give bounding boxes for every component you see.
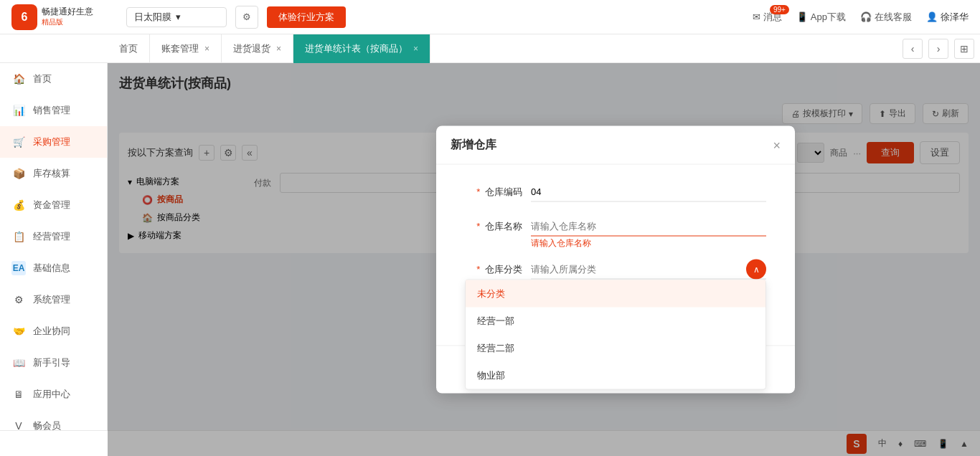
sidebar-label-home: 首页 [33,72,52,85]
tab-account-label: 账套管理 [161,42,199,55]
tab-bar: 首页 账套管理 × 进货退货 × 进货单统计表（按商品） × ‹ › ⊞ [0,34,980,63]
operation-icon: 📋 [11,229,26,244]
tab-next-button[interactable]: › [928,39,948,59]
appcenter-icon: 🖥 [11,387,26,402]
code-input[interactable] [531,182,766,202]
headset-icon: 🎧 [860,11,872,22]
content-area: 进货单统计(按商品) 🖨 按模板打印 ▾ ⬆ 导出 ↻ 刷新 按以下方案查询 +… [108,63,980,456]
header-right: ✉ 消息 99+ 📱 App下载 🎧 在线客服 👤 徐泽华 [753,11,969,24]
app-download-label: App下载 [811,11,846,24]
sidebar-item-appcenter[interactable]: 🖥 应用中心 [0,379,107,410]
message-item[interactable]: ✉ 消息 99+ [753,11,782,24]
tab-home-label: 首页 [119,42,138,55]
gear-button[interactable]: ⚙ [235,6,258,29]
phone-icon: 📱 [796,11,808,22]
category-arrow-button[interactable]: ∧ [746,260,766,280]
logo-text: 畅捷通好生意 精品版 [42,6,93,28]
dialog-body: * 仓库编码 * 仓库名称 请输入仓库名称 [436,165,795,346]
dropdown-item-dept2[interactable]: 经营二部 [466,335,765,362]
user-icon: 👤 [926,11,938,22]
dialog-header: 新增仓库 × [436,126,795,165]
category-select-wrapper: ∧ 未分类 经营一部 经营二部 物业部 [531,260,766,280]
online-service-item[interactable]: 🎧 在线客服 [860,11,912,24]
category-field-item: * 仓库分类 ∧ 未分类 经营一部 经营二部 物业部 [465,260,766,280]
sidebar-label-purchase: 采购管理 [33,136,70,148]
required-star: * [476,186,480,197]
tab-expand-button[interactable]: ⊞ [954,39,974,59]
system-icon: ⚙ [11,293,26,307]
experience-button[interactable]: 体验行业方案 [267,6,346,28]
tab-account-close[interactable]: × [204,44,209,54]
user-name: 徐泽华 [941,11,969,24]
app-download-item[interactable]: 📱 App下载 [796,11,846,24]
finance-icon: 💰 [11,198,26,212]
code-field-item: * 仓库编码 [465,182,766,202]
sidebar-label-enterprise: 企业协同 [33,325,70,338]
sidebar-item-guide[interactable]: 📖 新手引导 [0,347,107,379]
sidebar-label-finance: 资金管理 [33,199,70,212]
new-warehouse-dialog: 新增仓库 × * 仓库编码 * 仓库名称 [436,126,795,394]
sidebar: 🏠 首页 📊 销售管理 🛒 采购管理 📦 库存核算 💰 资金管理 📋 经营管理 … [0,63,108,456]
sidebar-item-purchase[interactable]: 🛒 采购管理 [0,126,107,158]
sidebar-label-operation: 经营管理 [33,230,70,243]
name-label: * 仓库名称 [465,220,522,233]
sidebar-label-sales: 销售管理 [33,104,70,117]
chevron-down-icon: ▾ [176,11,181,22]
sidebar-item-enterprise[interactable]: 🤝 企业协同 [0,315,107,347]
purchase-icon: 🛒 [11,135,26,149]
store-name: 日太阳膜 [134,11,171,24]
guide-icon: 📖 [11,356,26,370]
sidebar-item-sales[interactable]: 📊 销售管理 [0,95,107,126]
sidebar-label-guide: 新手引导 [33,356,70,369]
sidebar-item-operation[interactable]: 📋 经营管理 [0,221,107,252]
sidebar-item-finance[interactable]: 💰 资金管理 [0,189,107,221]
gear-icon: ⚙ [242,11,251,22]
user-item[interactable]: 👤 徐泽华 [926,11,969,24]
name-input[interactable] [531,217,766,237]
sidebar-item-inventory[interactable]: 📦 库存核算 [0,158,107,189]
tab-controls: ‹ › ⊞ [903,39,980,59]
tab-purchase-stats-label: 进货单统计表（按商品） [305,42,407,55]
logo-area: 6 畅捷通好生意 精品版 [11,4,118,30]
sidebar-item-system[interactable]: ⚙ 系统管理 [0,284,107,315]
category-label: * 仓库分类 [465,263,522,276]
top-header: 6 畅捷通好生意 精品版 日太阳膜 ▾ ⚙ 体验行业方案 ✉ 消息 99+ 📱 … [0,0,980,34]
message-icon: ✉ [753,11,760,22]
basic-icon: EA [11,261,26,275]
logo-icon: 6 [11,4,37,30]
store-selector[interactable]: 日太阳膜 ▾ [126,7,227,27]
tab-purchase-return[interactable]: 进货退货 × [222,34,293,63]
home-icon: 🏠 [11,72,26,86]
dialog-close-button[interactable]: × [773,138,781,151]
dialog-title: 新增仓库 [451,138,496,153]
message-badge: 99+ [770,5,789,14]
tab-purchase-return-close[interactable]: × [276,44,281,54]
tab-purchase-return-label: 进货退货 [233,42,270,55]
tab-home[interactable]: 首页 [108,34,150,63]
dropdown-item-property[interactable]: 物业部 [466,362,765,389]
name-field-item: * 仓库名称 请输入仓库名称 [465,217,766,237]
sidebar-item-basic[interactable]: EA 基础信息 [0,252,107,284]
sidebar-item-home[interactable]: 🏠 首页 [0,63,107,95]
main-layout: 🏠 首页 📊 销售管理 🛒 采购管理 📦 库存核算 💰 资金管理 📋 经营管理 … [0,63,980,456]
name-error-msg: 请输入仓库名称 [531,237,591,250]
tab-purchase-stats[interactable]: 进货单统计表（按商品） × [293,34,430,63]
dropdown-item-dept1[interactable]: 经营一部 [466,308,765,335]
online-service-label: 在线客服 [875,11,912,24]
sidebar-label-basic: 基础信息 [33,262,70,275]
sidebar-label-appcenter: 应用中心 [33,388,70,401]
category-dropdown: 未分类 经营一部 经营二部 物业部 [465,280,766,390]
required-star-name: * [476,221,480,232]
required-star-cat: * [476,264,480,275]
tab-purchase-stats-close[interactable]: × [413,44,418,54]
dropdown-item-unclassified[interactable]: 未分类 [466,280,765,308]
sidebar-label-inventory: 库存核算 [33,167,70,180]
code-label: * 仓库编码 [465,186,522,199]
inventory-icon: 📦 [11,166,26,181]
tab-prev-button[interactable]: ‹ [903,39,923,59]
enterprise-icon: 🤝 [11,324,26,338]
sales-icon: 📊 [11,103,26,118]
category-input[interactable] [531,260,766,280]
tab-account[interactable]: 账套管理 × [150,34,222,63]
sidebar-label-system: 系统管理 [33,293,70,306]
